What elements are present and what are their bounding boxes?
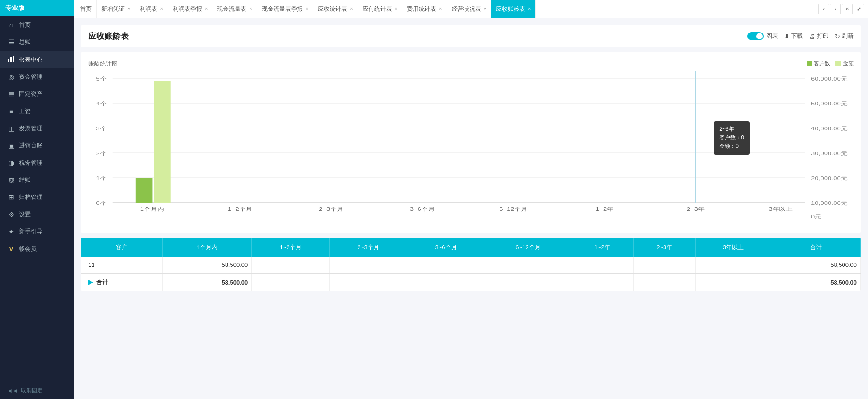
cell-total: 58,500.00 [771,257,861,273]
tab-business-status[interactable]: 经营状况表 × [447,0,491,18]
tab-profit[interactable]: 利润表 × [135,0,168,18]
page-header: 应收账龄表 图表 ⬇ 下载 🖨 打印 ↻ 刷新 [81,25,861,47]
col-header-m23: 2~3个月 [330,238,407,257]
sidebar-item-settings[interactable]: ⚙ 设置 [0,206,74,223]
vip-icon: V [7,245,15,252]
toggle-track[interactable] [747,32,764,40]
sidebar-item-archive[interactable]: ⊞ 归档管理 [0,189,74,206]
svg-rect-2 [13,56,14,62]
tab-ar-aging-close[interactable]: × [528,6,531,11]
tab-cashflow-quarterly[interactable]: 现金流量表季报 × [257,0,313,18]
tab-close-all[interactable]: × [842,4,853,14]
svg-text:5个: 5个 [96,76,106,82]
print-label: 打印 [817,32,829,40]
svg-rect-1 [10,57,12,62]
sidebar-item-label: 工资 [19,107,31,115]
refresh-button[interactable]: ↻ 刷新 [835,32,854,40]
legend-amount: 金额 [835,60,854,67]
tab-profit-quarterly-close[interactable]: × [205,6,208,11]
tab-cashflow-quarterly-close[interactable]: × [306,6,308,11]
tab-bar: 首页 新增凭证 × 利润表 × 利润表季报 × 现金流量表 × 现金流量表季报 … [74,0,868,18]
sidebar-item-reports[interactable]: 报表中心 [0,51,74,68]
sidebar-item-salary[interactable]: ≡ 工资 [0,103,74,120]
col-header-y12: 1~2年 [571,238,633,257]
chart-toggle[interactable]: 图表 [747,32,778,40]
chart-title: 账龄统计图 [88,60,854,68]
sidebar-item-label: 进销台账 [19,142,42,150]
tab-profit-close[interactable]: × [160,6,163,11]
footer-label-text: 合计 [96,279,108,285]
svg-text:3个: 3个 [96,126,106,132]
tab-home[interactable]: 首页 [75,0,97,18]
close-accounts-icon: ▨ [7,176,15,184]
tab-ar-stats-label: 应收统计表 [318,5,347,13]
tab-cashflow-quarterly-label: 现金流量表季报 [262,5,303,13]
svg-text:20,000.00元: 20,000.00元 [811,176,847,181]
tab-expense-stats-close[interactable]: × [439,6,442,11]
cell-y12 [571,257,633,273]
tab-profit-quarterly[interactable]: 利润表季报 × [168,0,212,18]
footer-m612 [485,273,571,291]
col-header-m12: 1~2个月 [252,238,330,257]
sidebar-item-label: 结账 [19,176,31,184]
invoice-icon: ◫ [7,125,15,132]
footer-m23 [330,273,407,291]
table-row: 11 58,500.00 58,500.00 [81,257,861,273]
footer-y3plus [696,273,771,291]
sidebar-item-funds[interactable]: ◎ 资金管理 [0,68,74,86]
guide-icon: ✦ [7,228,15,235]
tab-expense-stats[interactable]: 费用统计表 × [402,0,447,18]
svg-text:2~3年: 2~3年 [687,206,705,212]
tab-ap-stats-label: 应付统计表 [363,5,392,13]
tab-cashflow-close[interactable]: × [249,6,252,11]
tab-ar-aging[interactable]: 应收账龄表 × [491,0,536,18]
tab-ar-stats[interactable]: 应收统计表 × [313,0,358,18]
sidebar-item-guide[interactable]: ✦ 新手引导 [0,223,74,240]
sidebar-item-home[interactable]: ⌂ 首页 [0,16,74,33]
tab-voucher-close[interactable]: × [127,6,130,11]
sidebar-item-vip[interactable]: V 畅会员 [0,240,74,257]
tab-ap-stats-close[interactable]: × [395,6,397,11]
tab-voucher[interactable]: 新增凭证 × [97,0,135,18]
sidebar-item-label: 税务管理 [19,159,42,167]
chart-legend: 客户数 金额 [807,60,854,67]
main-content: 首页 新增凭证 × 利润表 × 利润表季报 × 现金流量表 × 现金流量表季报 … [74,0,868,399]
cell-m36 [407,257,485,273]
cell-m12 [252,257,330,273]
refresh-icon: ↻ [835,33,840,40]
print-button[interactable]: 🖨 打印 [809,32,829,40]
tab-ar-stats-close[interactable]: × [350,6,353,11]
svg-text:2~3个月: 2~3个月 [319,206,344,212]
tab-expense-stats-label: 费用统计表 [407,5,436,13]
svg-text:4个: 4个 [96,101,106,107]
download-button[interactable]: ⬇ 下载 [784,32,803,40]
tab-scroll-right[interactable]: › [830,4,841,14]
tab-fullscreen[interactable]: ⤢ [854,4,864,14]
sidebar-item-assets[interactable]: ▦ 固定资产 [0,86,74,103]
tab-ap-stats[interactable]: 应付统计表 × [358,0,402,18]
tab-voucher-label: 新增凭证 [101,5,125,13]
sidebar-item-ledger[interactable]: ☰ 总账 [0,33,74,51]
footer-m12 [252,273,330,291]
unpin-label: 取消固定 [21,387,42,394]
sidebar-item-invoice[interactable]: ◫ 发票管理 [0,120,74,137]
sidebar-item-inventory[interactable]: ▣ 进销台账 [0,137,74,154]
footer-m36 [407,273,485,291]
tab-cashflow[interactable]: 现金流量表 × [212,0,257,18]
unpin-icon: ◄◄ [7,388,18,394]
tab-business-status-close[interactable]: × [484,6,486,11]
unpin-button[interactable]: ◄◄ 取消固定 [0,382,74,399]
tab-scroll-left[interactable]: ‹ [818,4,829,14]
svg-text:3年以上: 3年以上 [769,206,793,212]
sidebar-item-label: 设置 [19,210,31,218]
cell-y3plus [696,257,771,273]
sidebar-item-tax[interactable]: ◑ 税务管理 [0,154,74,171]
svg-text:0个: 0个 [96,200,106,206]
sidebar-item-close[interactable]: ▨ 结账 [0,171,74,189]
tab-business-status-label: 经营状况表 [452,5,481,13]
funds-icon: ◎ [7,73,15,81]
page-title: 应收账龄表 [88,31,747,42]
col-header-y3plus: 3年以上 [696,238,771,257]
col-header-total: 合计 [771,238,861,257]
col-header-m36: 3~6个月 [407,238,485,257]
